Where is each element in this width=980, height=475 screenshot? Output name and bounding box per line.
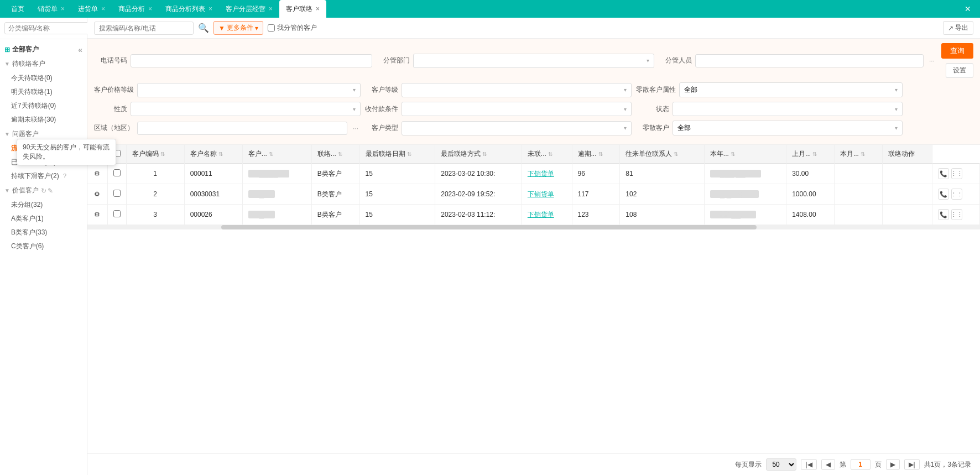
tab-purchase[interactable]: 进货单 × bbox=[71, 0, 112, 18]
th-last-method[interactable]: 最后联络方式⇅ bbox=[435, 145, 522, 164]
last-method-link[interactable]: 下销货单 bbox=[528, 211, 554, 218]
action-more-icon[interactable]: ⋮⋮ bbox=[951, 189, 962, 200]
arrow-icon: ▼ bbox=[4, 61, 10, 67]
sidebar-item-today[interactable]: 今天待联络(0) bbox=[0, 71, 87, 85]
filter-search-input[interactable] bbox=[94, 22, 194, 35]
sidebar-item-declining[interactable]: 持续下滑客户(2) ? bbox=[0, 169, 87, 183]
th-last-date[interactable]: 最后联络日期⇅ bbox=[359, 145, 435, 164]
sidebar-search-input[interactable] bbox=[4, 22, 95, 34]
tab-bar-close-all[interactable]: ✕ bbox=[960, 4, 976, 13]
tab-close-sales[interactable]: × bbox=[61, 5, 65, 13]
my-customers-checkbox[interactable] bbox=[268, 24, 275, 32]
sidebar-item-c-class[interactable]: C类客户(6) bbox=[0, 239, 87, 253]
first-page-button[interactable]: |◀ bbox=[801, 459, 816, 470]
tab-sales[interactable]: 销货单 × bbox=[31, 0, 71, 18]
tab-close-purchase[interactable]: × bbox=[101, 5, 105, 13]
th-unit-contact[interactable]: 往来单位联系人⇅ bbox=[620, 145, 705, 164]
tab-customer-tier[interactable]: 客户分层经营 × bbox=[219, 0, 279, 18]
filter-phone-input[interactable] bbox=[131, 54, 372, 67]
action-phone-icon[interactable]: 📞 bbox=[938, 209, 949, 220]
row-code: 000011 bbox=[184, 164, 242, 184]
filter-price-level-select[interactable]: ▾ bbox=[137, 83, 361, 97]
th-type[interactable]: 客户...⇅ bbox=[242, 145, 311, 164]
filter-status-select[interactable]: ▾ bbox=[673, 102, 903, 116]
sidebar-group-value[interactable]: ▼ 价值客户 ↻ ✎ bbox=[0, 183, 87, 198]
filter-customer-level-select[interactable]: ▾ bbox=[402, 83, 632, 97]
row-name: ████ bbox=[242, 164, 311, 184]
action-phone-icon[interactable]: 📞 bbox=[938, 168, 949, 179]
tab-close-customer-tier[interactable]: × bbox=[269, 5, 273, 13]
query-settings-group: 查询 设置 bbox=[941, 43, 973, 78]
filter-region-input[interactable] bbox=[137, 122, 347, 135]
filter-retail-attr-select[interactable]: 全部 ▾ bbox=[679, 82, 903, 97]
sidebar-group-pending[interactable]: ▼ 待联络客户 bbox=[0, 56, 87, 71]
row-last-method[interactable]: 下销货单 bbox=[522, 205, 572, 225]
query-button[interactable]: 查询 bbox=[941, 43, 973, 59]
filter-gender-select[interactable]: ▾ bbox=[131, 102, 361, 116]
page-number-input[interactable] bbox=[851, 459, 870, 470]
scrollbar-thumb[interactable] bbox=[221, 225, 757, 229]
sidebar-item-7days[interactable]: 近7天待联络(0) bbox=[0, 99, 87, 113]
tab-close-customer-contact[interactable]: × bbox=[316, 5, 320, 13]
row-checkbox[interactable] bbox=[113, 210, 121, 217]
filter-more-conditions-button[interactable]: ▼ 更多条件 ▾ bbox=[213, 21, 263, 35]
export-button[interactable]: ↗ 导出 bbox=[943, 21, 973, 35]
horizontal-scrollbar[interactable] bbox=[87, 225, 980, 229]
action-phone-icon[interactable]: 📞 bbox=[938, 189, 949, 200]
tab-analysis-list[interactable]: 商品分析列表 × bbox=[159, 0, 219, 18]
sidebar-item-ungroup[interactable]: 未分组(32) bbox=[0, 198, 87, 212]
action-more-icon[interactable]: ⋮⋮ bbox=[951, 209, 962, 220]
sidebar-collapse-btn[interactable]: « bbox=[78, 45, 82, 54]
tab-close-analysis-list[interactable]: × bbox=[208, 5, 212, 13]
action-more-icon[interactable]: ⋮⋮ bbox=[951, 168, 962, 179]
filter-row-3: 性质 ▾ 收付款条件 ▾ 状态 ▾ bbox=[94, 102, 973, 116]
region-more-icon[interactable]: ··· bbox=[351, 124, 361, 132]
row-checkbox[interactable] bbox=[113, 190, 121, 197]
manager-more-icon[interactable]: ··· bbox=[927, 57, 937, 65]
row-settings[interactable]: ⚙ bbox=[87, 205, 107, 225]
filter-search-button[interactable]: 🔍 bbox=[198, 23, 209, 33]
th-this-month[interactable]: 本月...⇅ bbox=[834, 145, 882, 164]
last-method-link[interactable]: 下销货单 bbox=[528, 170, 554, 178]
th-name[interactable]: 客户名称⇅ bbox=[184, 145, 242, 164]
filter-retail-customer-select[interactable]: 全部 ▾ bbox=[673, 121, 903, 135]
tab-analysis[interactable]: 商品分析 × bbox=[112, 0, 159, 18]
filter-customer-type-select[interactable]: ▾ bbox=[402, 121, 632, 135]
sidebar-item-overdue[interactable]: 逾期未联络(30) bbox=[0, 113, 87, 127]
sidebar-item-b-class[interactable]: B类客户(33) bbox=[0, 226, 87, 239]
th-this-year[interactable]: 本年...⇅ bbox=[704, 145, 786, 164]
my-customers-checkbox-label[interactable]: 我分管的客户 bbox=[268, 23, 317, 33]
tab-close-analysis[interactable]: × bbox=[148, 5, 152, 13]
th-last-month[interactable]: 上月...⇅ bbox=[786, 145, 835, 164]
prev-page-button[interactable]: ◀ bbox=[821, 459, 835, 470]
row-settings[interactable]: ⚙ bbox=[87, 184, 107, 205]
sidebar-all-customers[interactable]: ⊞ 全部客户 « bbox=[0, 43, 87, 56]
last-page-button[interactable]: ▶| bbox=[904, 459, 920, 470]
th-unlisted[interactable]: 未联...⇅ bbox=[522, 145, 572, 164]
row-last-method[interactable]: 下销货单 bbox=[522, 184, 572, 205]
filter-cell-status: 状态 ▾ bbox=[636, 102, 903, 116]
row-settings[interactable]: ⚙ bbox=[87, 164, 107, 184]
next-page-button[interactable]: ▶ bbox=[886, 459, 900, 470]
tab-customer-contact[interactable]: 客户联络 × bbox=[279, 0, 326, 18]
sidebar-item-tomorrow[interactable]: 明天待联络(1) bbox=[0, 85, 87, 99]
settings-button[interactable]: 设置 bbox=[946, 63, 973, 78]
filter-payment-select[interactable]: ▾ bbox=[402, 102, 632, 116]
edit-icon-value[interactable]: ✎ bbox=[48, 187, 53, 195]
filter-dept-select[interactable]: ▾ bbox=[413, 54, 655, 68]
row-last-method[interactable]: 下销货单 bbox=[522, 164, 572, 184]
th-overdue[interactable]: 逾期...⇅ bbox=[572, 145, 620, 164]
last-method-link[interactable]: 下销货单 bbox=[528, 190, 554, 198]
th-code[interactable]: 客户编码⇅ bbox=[126, 145, 184, 164]
sidebar-item-a-class[interactable]: A类客户(1) bbox=[0, 212, 87, 226]
row-checkbox[interactable] bbox=[113, 169, 121, 176]
th-contact-count[interactable]: 联络...⇅ bbox=[311, 145, 359, 164]
row-checkbox-cell[interactable] bbox=[107, 205, 126, 225]
filter-cell-phone: 电话号码 bbox=[94, 54, 372, 67]
row-checkbox-cell[interactable] bbox=[107, 164, 126, 184]
row-checkbox-cell[interactable] bbox=[107, 184, 126, 205]
refresh-icon[interactable]: ↻ bbox=[41, 187, 46, 195]
filter-manager-input[interactable] bbox=[695, 54, 924, 67]
tab-home[interactable]: 首页 bbox=[4, 0, 31, 18]
per-page-select[interactable]: 50 20 100 bbox=[766, 458, 796, 471]
